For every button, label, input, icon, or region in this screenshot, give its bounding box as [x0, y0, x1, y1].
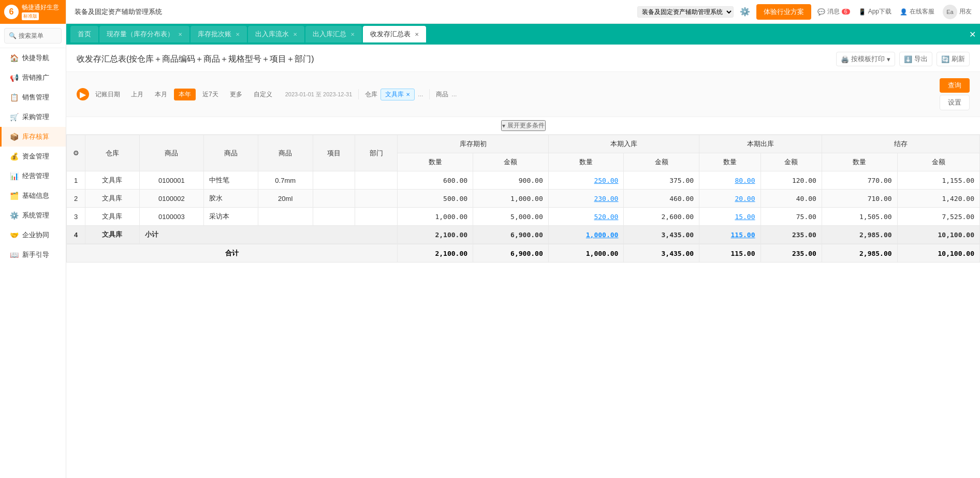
tab-home[interactable]: 首页 [70, 26, 98, 42]
row-in-qty[interactable]: 520.00 [548, 208, 624, 226]
subtotal-in-qty: 1,000.00 [548, 226, 624, 244]
in-qty-link[interactable]: 520.00 [594, 213, 618, 221]
row-spec: 20ml [258, 190, 313, 208]
message-badge: 6 [842, 9, 850, 15]
col-dept-header: 部门 [355, 135, 398, 171]
sidebar-item-sales[interactable]: 📋 销售管理 [0, 88, 66, 107]
date-pill-this-year[interactable]: 本年 [174, 89, 196, 100]
guide-icon: 📖 [10, 251, 18, 259]
tab-close-inout-flow[interactable]: ✕ [293, 32, 297, 37]
sidebar-item-marketing[interactable]: 📢 营销推广 [0, 68, 66, 88]
goods-more-button[interactable]: ... [451, 91, 457, 98]
marketing-icon: 📢 [10, 74, 18, 82]
subtotal-opening-amt: 6,900.00 [473, 226, 549, 244]
top-header: 装备及固定资产辅助管理系统 装备及固定资产辅助管理系统 ⚙️ 体验行业方案 💬 … [66, 0, 980, 24]
trial-button[interactable]: 体验行业方案 [756, 4, 811, 20]
sidebar-item-finance[interactable]: 💰 资金管理 [0, 147, 66, 166]
date-pill-7days[interactable]: 近7天 [198, 89, 223, 100]
sidebar-item-basic[interactable]: 🗂️ 基础信息 [0, 186, 66, 206]
sidebar-item-enterprise[interactable]: 🤝 企业协同 [0, 225, 66, 245]
sidebar-item-quick-nav[interactable]: 🏠 快捷导航 [0, 48, 66, 68]
row-code: 0100003 [139, 208, 204, 226]
tab-inventory-dist[interactable]: 现存量（库存分布表） ✕ [99, 26, 189, 42]
refresh-button[interactable]: 🔄 刷新 [937, 52, 970, 66]
message-button[interactable]: 💬 消息 6 [817, 7, 850, 16]
system-selector[interactable]: 装备及固定资产辅助管理系统 [637, 6, 734, 18]
row-out-qty[interactable]: 80.00 [699, 171, 760, 190]
in-qty-link[interactable]: 230.00 [594, 195, 618, 202]
subtotal-warehouse: 文具库 [85, 226, 140, 244]
col-spec-header: 商品 [258, 135, 313, 171]
tab-close-inout-summary[interactable]: ✕ [350, 32, 355, 37]
subtotal-label: 小计 [139, 226, 398, 244]
sidebar-item-guide[interactable]: 📖 新手引导 [0, 245, 66, 265]
tab-batch-ledger[interactable]: 库存批次账 ✕ [191, 26, 247, 42]
sidebar-edition: 标准版 [22, 12, 39, 20]
sidebar-app-title: 畅捷通好生意 [22, 4, 59, 12]
enterprise-icon: 🤝 [10, 231, 18, 239]
date-pill-last-month[interactable]: 上月 [126, 89, 148, 100]
out-qty-link[interactable]: 80.00 [735, 177, 755, 184]
settings-icon[interactable]: ⚙️ [740, 7, 750, 17]
table-settings-button[interactable]: 设置 [940, 95, 970, 110]
table-row: 1 文具库 0100001 中性笔 0.7mm 600.00 900.00 25… [67, 171, 980, 190]
date-pill-this-month[interactable]: 本月 [150, 89, 172, 100]
date-pill-more[interactable]: 更多 [225, 89, 247, 100]
row-opening-amt: 5,000.00 [473, 208, 549, 226]
tab-inout-summary[interactable]: 出入库汇总 ✕ [305, 26, 362, 42]
sidebar-item-operations[interactable]: 📊 经营管理 [0, 166, 66, 186]
user-avatar: Ea [943, 5, 957, 19]
query-action-area: 查询 设置 [940, 78, 970, 110]
sidebar-item-inventory[interactable]: 📦 库存核算 [0, 127, 66, 147]
out-qty-link[interactable]: 15.00 [735, 213, 755, 221]
row-project [313, 208, 355, 226]
warehouse-more-button[interactable]: ... [418, 91, 423, 98]
tab-inout-flow[interactable]: 出入库流水 ✕ [248, 26, 304, 42]
sidebar-header: 6 畅捷通好生意 标准版 [0, 0, 66, 24]
goods-filter: 商品 ... [436, 90, 457, 99]
row-closing-amt: 1,420.00 [897, 190, 979, 208]
total-label: 合计 [67, 244, 398, 263]
sales-icon: 📋 [10, 93, 18, 102]
online-service-button[interactable]: 👤 在线客服 [900, 7, 934, 16]
query-button[interactable]: 查询 [940, 78, 970, 93]
print-icon: 🖨️ [841, 55, 849, 63]
row-warehouse: 文具库 [85, 190, 140, 208]
message-icon: 💬 [817, 8, 825, 16]
user-menu[interactable]: Ea 用友 [943, 5, 972, 19]
export-button[interactable]: ⬇️ 导出 [899, 52, 932, 66]
col-out-header: 本期出库 [699, 135, 822, 153]
col-out-qty-header: 数量 [699, 153, 760, 171]
tab-close-recv-send-summary[interactable]: ✕ [415, 32, 419, 37]
col-code-header: 商品 [139, 135, 204, 171]
date-pill-custom[interactable]: 自定义 [249, 89, 277, 100]
row-in-qty[interactable]: 230.00 [548, 190, 624, 208]
template-print-button[interactable]: 🖨️ 按模板打印 ▾ [836, 52, 895, 66]
tab-recv-send-summary[interactable]: 收发存汇总表 ✕ [363, 26, 426, 42]
col-opening-qty-header: 数量 [398, 153, 473, 171]
filter-expand-button[interactable]: ▶ [77, 88, 89, 100]
out-qty-link[interactable]: 20.00 [735, 195, 755, 202]
total-row: 合计 2,100.00 6,900.00 1,000.00 3,435.00 1… [67, 244, 980, 263]
col-settings-header[interactable]: ⚙ [67, 135, 85, 171]
row-out-qty[interactable]: 20.00 [699, 190, 760, 208]
subtotal-closing-amt: 10,100.00 [897, 226, 979, 244]
purchase-icon: 🛒 [10, 113, 18, 121]
total-out-qty: 115.00 [699, 244, 760, 263]
top-actions: 💬 消息 6 📱 App下载 👤 在线客服 Ea 用友 [817, 5, 972, 19]
row-in-amt: 460.00 [624, 190, 699, 208]
warehouse-tag-close[interactable]: ✕ [406, 92, 410, 97]
col-opening-amt-header: 金额 [473, 153, 549, 171]
in-qty-link[interactable]: 250.00 [594, 177, 618, 184]
tab-close-batch-ledger[interactable]: ✕ [236, 32, 240, 37]
row-in-qty[interactable]: 250.00 [548, 171, 624, 190]
sidebar-item-purchase[interactable]: 🛒 采购管理 [0, 107, 66, 127]
tab-bar-close-button[interactable]: ✕ [969, 30, 976, 39]
row-out-qty[interactable]: 15.00 [699, 208, 760, 226]
row-spec: 0.7mm [258, 171, 313, 190]
sidebar-item-system[interactable]: ⚙️ 系统管理 [0, 206, 66, 225]
search-menu-button[interactable]: 🔍 搜索菜单 [4, 28, 62, 44]
app-download-button[interactable]: 📱 App下载 [858, 7, 891, 16]
tab-close-inventory-dist[interactable]: ✕ [178, 32, 182, 37]
expand-more-button[interactable]: ▾ 展开更多条件 [501, 120, 546, 131]
